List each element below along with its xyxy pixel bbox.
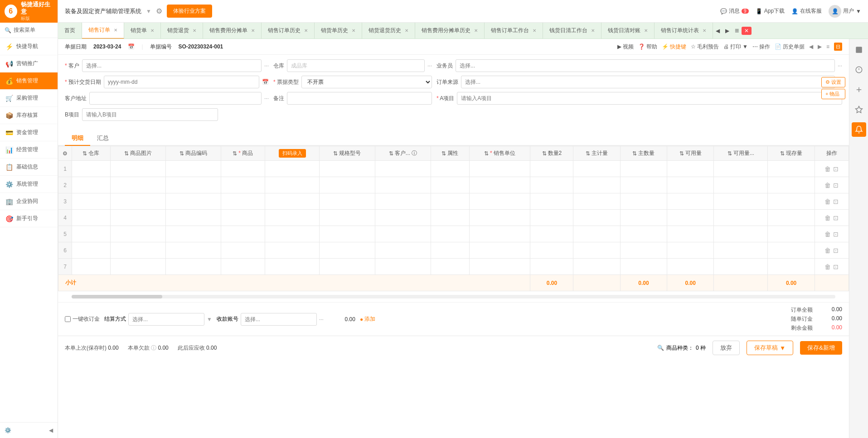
row-cust-code-3[interactable] <box>375 193 431 210</box>
row-image-5[interactable] <box>110 226 165 242</box>
row-attr-5[interactable] <box>431 226 470 242</box>
table-scrollbar[interactable] <box>58 291 849 302</box>
th-image[interactable]: ⇅ 商品图片 <box>110 146 165 161</box>
row-spec-5[interactable] <box>320 226 375 242</box>
user-menu[interactable]: 👤 用户 ▼ <box>829 5 861 18</box>
row-cust-code-6[interactable] <box>375 242 431 259</box>
search-menu[interactable]: 🔍 搜索菜单 <box>0 23 58 38</box>
save-draft-button[interactable]: 保存草稿 ▼ <box>747 341 793 355</box>
row-main-qty-7[interactable] <box>620 259 667 275</box>
row-delete-icon-3[interactable]: 🗑 <box>824 198 831 205</box>
th-stock[interactable]: ⇅ 现存量 <box>768 146 815 161</box>
delivery-date-input[interactable] <box>104 76 259 88</box>
discard-button[interactable]: 放弃 <box>713 341 740 355</box>
row-spec-6[interactable] <box>320 242 375 259</box>
row-delete-icon-7[interactable]: 🗑 <box>824 263 831 270</box>
row-available-5[interactable] <box>667 226 714 242</box>
view-mode-grid[interactable]: ≡ <box>826 43 829 50</box>
shortcut-btn[interactable]: ⚡ 快捷键 <box>662 43 686 51</box>
chevron-down-icon[interactable]: ▼ <box>146 8 151 14</box>
row-unit-6[interactable] <box>469 242 530 259</box>
tab-close-daily-reconcile[interactable]: ✕ <box>644 28 648 33</box>
tab-expense-history[interactable]: 销售费用分摊单历史 ✕ <box>415 23 485 39</box>
message-icon-container[interactable]: 💬 消息 9 <box>720 7 749 15</box>
row-available-2[interactable] <box>667 177 714 193</box>
th-main-qty[interactable]: ⇅ 主数量 <box>620 146 667 161</box>
row-stock-5[interactable] <box>768 226 815 242</box>
row-spec-2[interactable] <box>320 177 375 193</box>
a-project-input[interactable] <box>457 92 842 105</box>
row-qty2-1[interactable] <box>530 161 573 177</box>
row-available-3[interactable] <box>667 193 714 210</box>
order-source-input[interactable] <box>461 76 835 88</box>
row-main-unit-7[interactable] <box>573 259 620 275</box>
row-available-1[interactable] <box>667 161 714 177</box>
row-code-6[interactable] <box>165 242 221 259</box>
row-image-4[interactable] <box>110 210 165 226</box>
tab-close-invoice-history[interactable]: ✕ <box>352 28 355 33</box>
nav-next-icon[interactable]: ▶ <box>818 43 822 50</box>
row-stock-2[interactable] <box>768 177 815 193</box>
panel-icon-1[interactable] <box>852 43 866 57</box>
row-cust-code-4[interactable] <box>375 210 431 226</box>
row-image-6[interactable] <box>110 242 165 259</box>
row-copy-icon-1[interactable]: ⊡ <box>833 165 839 173</box>
row-available2-6[interactable] <box>714 242 768 259</box>
row-delete-icon-4[interactable]: 🗑 <box>824 214 831 221</box>
row-main-qty-1[interactable] <box>620 161 667 177</box>
row-main-qty-5[interactable] <box>620 226 667 242</box>
add-settle-btn[interactable]: ● 添加 <box>360 315 375 323</box>
sidebar-item-sales[interactable]: 💰 销售管理 <box>0 72 58 90</box>
row-spec-7[interactable] <box>320 259 375 275</box>
th-available2[interactable]: ⇅ 可用量... <box>714 146 768 161</box>
row-stock-3[interactable] <box>768 193 815 210</box>
settings-icon[interactable]: ⚙️ <box>5 427 11 433</box>
row-unit-2[interactable] <box>469 177 530 193</box>
panel-icon-4[interactable] <box>852 102 866 117</box>
row-spec-1[interactable] <box>320 161 375 177</box>
row-copy-icon-6[interactable]: ⊡ <box>833 247 839 254</box>
sidebar-item-operations[interactable]: 📊 经营管理 <box>0 141 58 159</box>
tab-close-sales-stat[interactable]: ✕ <box>703 28 706 33</box>
sidebar-item-guide[interactable]: 🎯 新手引导 <box>0 210 58 227</box>
calendar-field-icon[interactable]: 📅 <box>262 79 269 85</box>
calendar-icon[interactable]: 📅 <box>128 43 135 50</box>
row-unit-4[interactable] <box>469 210 530 226</box>
row-available2-2[interactable] <box>714 177 768 193</box>
row-stock-1[interactable] <box>768 161 815 177</box>
row-qty2-3[interactable] <box>530 193 573 210</box>
salesperson-input[interactable] <box>456 59 835 72</box>
row-goods-2[interactable] <box>221 177 265 193</box>
row-qty2-5[interactable] <box>530 226 573 242</box>
row-unit-5[interactable] <box>469 226 530 242</box>
row-attr-6[interactable] <box>431 242 470 259</box>
account-more-icon[interactable]: ··· <box>319 316 324 322</box>
row-available2-3[interactable] <box>714 193 768 210</box>
row-code-7[interactable] <box>165 259 221 275</box>
row-unit-7[interactable] <box>469 259 530 275</box>
th-qty2[interactable]: ⇅ 数量2 <box>530 146 573 161</box>
sidebar-item-inventory[interactable]: 📦 库存核算 <box>0 107 58 124</box>
panel-icon-5[interactable] <box>852 122 866 137</box>
tab-sales-history[interactable]: 销售订单历史 ✕ <box>262 23 315 39</box>
remarks-input[interactable] <box>287 92 432 105</box>
row-delete-icon-2[interactable]: 🗑 <box>824 182 831 189</box>
row-qty2-2[interactable] <box>530 177 573 193</box>
th-unit[interactable]: ⇅ 销售单位 <box>469 146 530 161</box>
tab-daily-reconcile[interactable]: 钱货日清对账 ✕ <box>601 23 655 39</box>
tab-sales-return[interactable]: 销货退货 ✕ <box>161 23 203 39</box>
one-click-settle-checkbox[interactable]: 一键收订金 <box>65 315 100 323</box>
tab-close-expense-history[interactable]: ✕ <box>474 28 478 33</box>
row-goods-3[interactable] <box>221 193 265 210</box>
history-btn[interactable]: 📄 历史单据 <box>775 43 805 51</box>
print-btn[interactable]: 🖨 打印 ▼ <box>723 43 748 51</box>
th-customer-code[interactable]: ⇅ 客户... ⓘ <box>375 146 431 161</box>
payment-dropdown-icon[interactable]: ▼ <box>207 316 212 322</box>
row-main-qty-6[interactable] <box>620 242 667 259</box>
row-main-qty-2[interactable] <box>620 177 667 193</box>
row-code-5[interactable] <box>165 226 221 242</box>
tab-sales-invoice[interactable]: 销货单 ✕ <box>124 23 161 39</box>
row-qty2-7[interactable] <box>530 259 573 275</box>
operation-btn[interactable]: ⋯ 操作 <box>752 43 770 51</box>
row-available2-5[interactable] <box>714 226 768 242</box>
